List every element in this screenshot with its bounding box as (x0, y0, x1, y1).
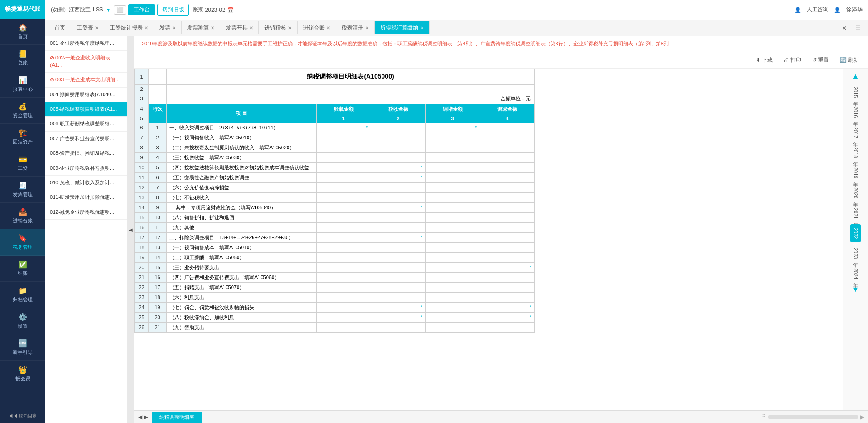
data-c1[interactable] (317, 252, 371, 262)
data-c2[interactable] (371, 123, 426, 133)
left-panel-item-002[interactable]: ⊘ 002-一般企业收入明细表(A1... (45, 51, 127, 73)
data-c4[interactable] (480, 282, 535, 292)
tab-payroll[interactable]: 工资表 ✕ (71, 21, 104, 34)
calendar-icon[interactable]: 📅 (227, 7, 234, 13)
sidebar-item-purchase[interactable]: 📥 进销台账 (0, 203, 45, 229)
year-item-2021[interactable]: 2021年 (850, 204, 861, 222)
year-item-2024[interactable]: 2024年 (850, 265, 861, 283)
data-c2[interactable]: * (371, 172, 426, 182)
print-button[interactable]: 🖨 打印 (780, 55, 805, 65)
left-panel-item-012[interactable]: 012-减免企业所得税优惠明... (45, 205, 127, 220)
data-c1[interactable] (317, 162, 371, 172)
sidebar-item-report[interactable]: 📊 报表中心 (0, 71, 45, 98)
data-c4[interactable] (480, 222, 535, 232)
tab-purchase-ledger[interactable]: 进销台账 ✕ (298, 21, 336, 34)
data-c4[interactable] (480, 212, 535, 222)
data-c1[interactable] (317, 292, 371, 302)
data-c1[interactable] (317, 302, 371, 312)
workspace-button[interactable]: 工作台 (128, 4, 155, 15)
data-c3[interactable] (426, 272, 480, 282)
tab-invoice-calc[interactable]: 发票测算 ✕ (182, 21, 220, 34)
tab-payroll-stats[interactable]: 工资统计报表 ✕ (104, 21, 154, 34)
tab-invoice-calc-close[interactable]: ✕ (211, 25, 214, 30)
data-c2[interactable] (371, 143, 426, 152)
data-c1[interactable] (317, 182, 371, 192)
data-c4[interactable] (480, 192, 535, 202)
data-c4[interactable]: * (480, 302, 535, 312)
data-c2[interactable] (371, 252, 426, 262)
data-c3[interactable] (426, 242, 480, 252)
data-c1[interactable] (317, 262, 371, 272)
data-c4[interactable] (480, 202, 535, 212)
data-c2[interactable]: * (371, 162, 426, 172)
left-panel-item-003[interactable]: ⊘ 003-一般企业成本支出明细... (45, 73, 127, 87)
refresh-button[interactable]: 🔄 刷新 (836, 55, 863, 65)
left-panel-item-006[interactable]: 006-职工薪酬纳税调整明细... (45, 117, 127, 131)
data-c2[interactable] (371, 262, 426, 272)
data-c4[interactable] (480, 162, 535, 172)
left-panel-item-011[interactable]: 011-研发费用加计扣除优惠... (45, 190, 127, 205)
sidebar-item-tax[interactable]: 🔖 税务管理 (0, 229, 45, 256)
tab-tax-list-close[interactable]: ✕ (365, 25, 369, 30)
data-c4[interactable] (480, 182, 535, 192)
data-c4[interactable]: * (480, 262, 535, 272)
sidebar-item-ledger[interactable]: 📒 总账 (0, 45, 45, 71)
data-c1[interactable]: * (317, 123, 371, 133)
data-c2[interactable] (371, 152, 426, 162)
sidebar-item-assets[interactable]: 🏗️ 固定资产 (0, 124, 45, 150)
data-c3[interactable]: * (426, 123, 480, 133)
data-c2[interactable] (371, 282, 426, 292)
left-panel-item-010[interactable]: 010-免税、减计收入及加计... (45, 176, 127, 190)
tab-income-tax[interactable]: 所得税汇算缴纳 ✕ (375, 21, 430, 34)
tab-purchase-audit[interactable]: 进销稽核 ✕ (259, 21, 298, 34)
old-version-button[interactable]: 切到旧版 (157, 4, 189, 16)
sidebar-item-invoice[interactable]: 🧾 发票管理 (0, 177, 45, 203)
data-c3[interactable] (426, 302, 480, 312)
tab-income-tax-close[interactable]: ✕ (420, 25, 424, 30)
tab-invoice[interactable]: 发票 ✕ (154, 21, 182, 34)
sidebar-item-home[interactable]: 🏠 首页 (0, 19, 45, 45)
data-c1[interactable] (317, 312, 371, 322)
data-c2[interactable] (371, 133, 426, 143)
data-c1[interactable] (317, 133, 371, 143)
data-c3[interactable] (426, 262, 480, 272)
sidebar-item-guide[interactable]: 🆕 新手引导 (0, 334, 45, 361)
year-item-2015[interactable]: 2015年 (850, 83, 861, 101)
tab-home[interactable]: 首页 (49, 21, 71, 34)
data-c3[interactable] (426, 202, 480, 212)
data-c3[interactable] (426, 192, 480, 202)
data-c4[interactable] (480, 292, 535, 302)
year-up-nav[interactable]: ▲ (850, 70, 861, 82)
sheet-content[interactable]: 1 纳税调整项目明细表(A105000) 2 3 (134, 69, 843, 410)
tab-invoice-open-close[interactable]: ✕ (249, 25, 253, 30)
data-c2[interactable]: * (371, 312, 426, 322)
left-panel-item-008[interactable]: 008-资产折旧、摊销及纳税... (45, 146, 127, 161)
year-item-2020[interactable]: 2020年 (850, 184, 861, 202)
tab-payroll-stats-close[interactable]: ✕ (144, 25, 148, 30)
reset-button[interactable]: ↺ 重置 (808, 55, 833, 65)
tab-tax-list[interactable]: 税表清册 ✕ (336, 21, 375, 34)
data-c4[interactable] (480, 272, 535, 282)
tab-menu[interactable]: ☰ (852, 23, 864, 33)
left-panel-item-009[interactable]: 009-企业所得税弥补亏损明... (45, 161, 127, 176)
data-c2[interactable] (371, 222, 426, 232)
sidebar-item-settings[interactable]: ⚙️ 设置 (0, 308, 45, 334)
sidebar-item-archive[interactable]: 📁 归档管理 (0, 282, 45, 308)
data-c3[interactable] (426, 212, 480, 222)
data-c2[interactable] (371, 272, 426, 282)
data-c2[interactable] (371, 292, 426, 302)
year-item-2018[interactable]: 2018年 (850, 143, 861, 162)
data-c3[interactable] (426, 182, 480, 192)
left-panel-item-005[interactable]: 005-纳税调整项目明细表(A1... (45, 102, 127, 117)
data-c1[interactable] (317, 202, 371, 212)
data-c1[interactable] (317, 322, 371, 332)
data-c3[interactable] (426, 322, 480, 332)
data-c4[interactable] (480, 232, 535, 242)
sheet-scroll-left[interactable]: ◀ (138, 414, 142, 420)
data-c3[interactable] (426, 172, 480, 182)
data-c1[interactable] (317, 272, 371, 282)
tab-invoice-open[interactable]: 发票开具 ✕ (220, 21, 259, 34)
data-c4[interactable] (480, 123, 535, 133)
data-c1[interactable] (317, 222, 371, 232)
data-c4[interactable] (480, 143, 535, 152)
